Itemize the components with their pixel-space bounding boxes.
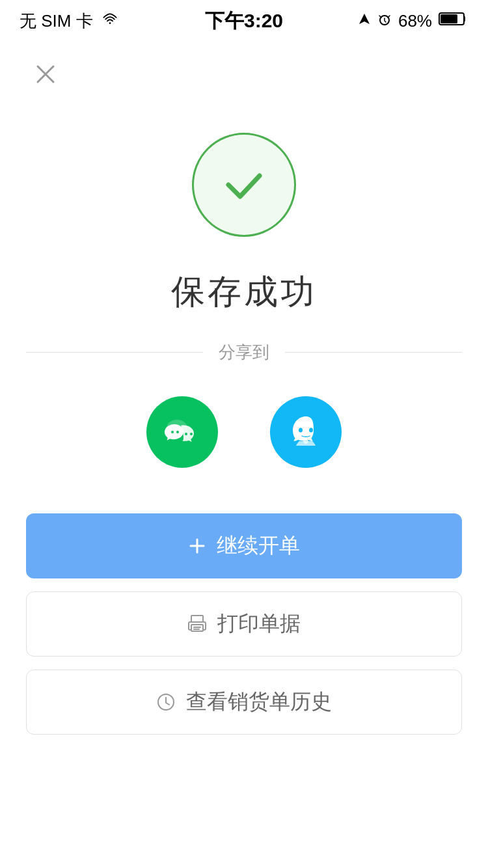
history-button[interactable]: 查看销货单历史 [26, 670, 462, 735]
print-button[interactable]: 打印单据 [26, 591, 462, 657]
svg-point-11 [299, 428, 303, 433]
wifi-icon [100, 11, 120, 31]
svg-point-10 [190, 433, 193, 435]
svg-point-12 [309, 428, 313, 433]
status-left: 无 SIM 卡 [20, 10, 120, 33]
alarm-icon [377, 11, 392, 31]
continue-label: 继续开单 [217, 532, 300, 560]
continue-button[interactable]: 继续开单 [26, 513, 462, 578]
status-right: 68% [358, 11, 468, 31]
checkmark-icon [218, 159, 270, 211]
print-icon [187, 614, 207, 634]
battery-percent: 68% [398, 11, 432, 31]
svg-point-7 [171, 431, 174, 433]
print-label: 打印单据 [217, 610, 301, 638]
success-title: 保存成功 [171, 269, 317, 315]
success-section: 保存成功 [0, 94, 488, 341]
svg-point-9 [185, 433, 187, 435]
battery-icon [439, 11, 468, 31]
qq-share-button[interactable] [270, 396, 342, 468]
action-buttons: 继续开单 打印单据 查看销货单历史 [0, 500, 488, 748]
share-label: 分享到 [203, 341, 285, 364]
location-icon [358, 11, 371, 31]
plus-icon [188, 537, 206, 555]
time-display: 下午3:20 [205, 8, 283, 34]
carrier-label: 无 SIM 卡 [20, 10, 93, 33]
history-label: 查看销货单历史 [186, 688, 332, 716]
svg-point-0 [109, 22, 111, 24]
svg-point-8 [176, 431, 179, 433]
wechat-icon [161, 411, 203, 453]
close-button[interactable] [26, 55, 65, 94]
history-icon [156, 692, 176, 712]
share-section: 分享到 [0, 341, 488, 500]
svg-rect-15 [191, 616, 203, 622]
status-bar: 无 SIM 卡 下午3:20 68% [0, 0, 488, 42]
share-divider: 分享到 [26, 341, 462, 364]
wechat-share-button[interactable] [146, 396, 218, 468]
share-icons [146, 396, 342, 468]
qq-icon [285, 411, 327, 453]
success-icon-circle [192, 133, 296, 237]
svg-rect-3 [441, 14, 457, 23]
